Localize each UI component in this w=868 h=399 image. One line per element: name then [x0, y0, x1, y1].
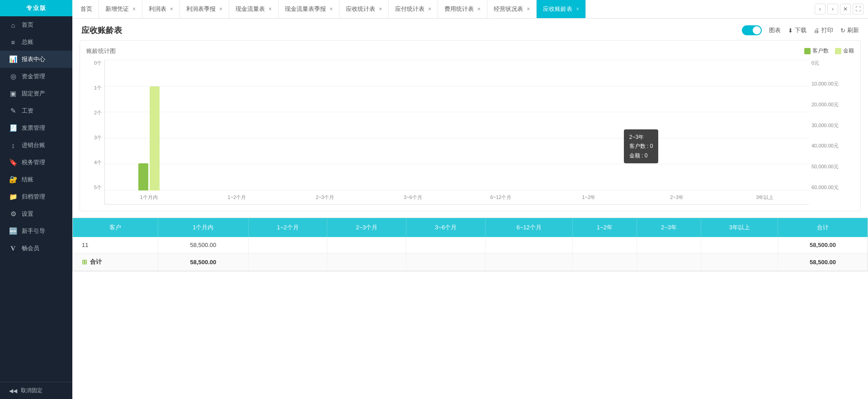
td-month1-11: 58,500.00 — [158, 237, 249, 253]
y-right-30000: 30,000.00元 — [811, 122, 839, 129]
page-title: 应收账龄表 — [81, 25, 122, 36]
sidebar-item-salary[interactable]: ✎ 工资 — [0, 102, 72, 119]
chart-area: 5个 4个 3个 2个 1个 0个 — [86, 60, 854, 204]
y-left-3: 3个 — [94, 134, 102, 141]
tab-profit[interactable]: 利润表 × — [142, 0, 180, 18]
th-month23: 2~3个月 — [327, 218, 406, 237]
td-total-month1: 58,500.00 — [158, 253, 249, 271]
y-right-40000: 40,000.00元 — [811, 142, 839, 149]
td-total-month23 — [327, 253, 406, 271]
download-button[interactable]: ⬇ 下载 — [788, 26, 807, 34]
tab-ar-aging[interactable]: 应收账龄表 × — [537, 0, 586, 18]
tab-close-ops-status[interactable]: × — [527, 6, 530, 12]
tab-prev-button[interactable]: ‹ — [815, 4, 826, 14]
sidebar-item-guide[interactable]: 🆕 新手引导 — [0, 223, 72, 240]
tab-label-new-voucher: 新增凭证 — [105, 5, 129, 13]
legend-amount: 金额 — [835, 47, 854, 55]
refresh-button[interactable]: ↻ 刷新 — [840, 26, 859, 34]
th-month612: 6~12个月 — [486, 218, 573, 237]
tab-controls: ‹ › ✕ ⛶ — [812, 4, 866, 14]
tab-close-ap-stats[interactable]: × — [428, 6, 431, 12]
y-left-2: 2个 — [94, 109, 102, 116]
tab-cashflow[interactable]: 现金流量表 × — [229, 0, 278, 18]
data-table: 客户 1个月内 1~2个月 2~3个月 3~6个月 6~12个月 1~2年 2~… — [73, 218, 868, 271]
y-axis-left: 5个 4个 3个 2个 1个 0个 — [86, 60, 104, 204]
sidebar-item-member[interactable]: V 畅会员 — [0, 240, 72, 257]
table-row: 11 58,500.00 58,500.00 — [73, 237, 868, 253]
tab-expand-button[interactable]: ⛶ — [853, 4, 863, 14]
x-label-1month: 1个月内 — [105, 190, 193, 204]
sidebar-item-closing[interactable]: 🔐 结账 — [0, 171, 72, 188]
y-left-1: 1个 — [94, 85, 102, 91]
tab-close-all-button[interactable]: ✕ — [840, 4, 851, 14]
tab-close-cashflow-quarterly[interactable]: × — [330, 6, 333, 12]
x-label-23month: 2~3个月 — [281, 190, 369, 204]
tab-new-voucher[interactable]: 新增凭证 × — [99, 0, 142, 18]
y-right-10000: 10,000.00元 — [811, 81, 839, 87]
tab-ar-stats[interactable]: 应收统计表 × — [340, 0, 389, 18]
sidebar-item-assets[interactable]: ▣ 固定资产 — [0, 85, 72, 102]
sidebar-item-tax[interactable]: 🔖 税务管理 — [0, 154, 72, 171]
guide-icon: 🆕 — [9, 227, 17, 235]
sidebar-item-funds[interactable]: ◎ 资金管理 — [0, 68, 72, 85]
print-button[interactable]: 🖨 打印 — [814, 26, 833, 34]
home-icon: ⌂ — [9, 21, 17, 29]
page-header: 应收账龄表 图表 ⬇ 下载 🖨 打印 ↻ 刷新 — [72, 19, 868, 40]
tab-close-expense-stats[interactable]: × — [477, 6, 481, 12]
tab-close-profit-quarterly[interactable]: × — [219, 6, 222, 12]
sidebar-label-reports: 报表中心 — [22, 55, 45, 63]
total-label-text: 合计 — [90, 258, 102, 266]
chart-toggle[interactable] — [742, 25, 762, 35]
ledger-icon: ≡ — [9, 38, 17, 46]
tab-close-cashflow[interactable]: × — [269, 6, 272, 12]
tab-next-button[interactable]: › — [827, 4, 838, 14]
sidebar-item-archive[interactable]: 📁 归档管理 — [0, 188, 72, 205]
sidebar-item-settings[interactable]: ⚙ 设置 — [0, 205, 72, 223]
tooltip-period: 2~3年 — [629, 133, 653, 142]
tab-close-new-voucher[interactable]: × — [132, 6, 136, 12]
sidebar-label-archive: 归档管理 — [22, 193, 45, 201]
tab-home[interactable]: 首页 — [74, 0, 99, 18]
tab-label-profit-quarterly: 利润表季报 — [186, 5, 216, 13]
th-month36: 3~6个月 — [406, 218, 486, 237]
sidebar: 专业版 ⌂ 首页 ≡ 总账 📊 报表中心 ◎ 资金管理 ▣ 固定资产 ✎ 工资 … — [0, 0, 72, 399]
sidebar-label-stock: 进销台账 — [22, 141, 45, 149]
sidebar-label-guide: 新手引导 — [22, 227, 45, 235]
y-right-50000: 50,000.00元 — [811, 163, 839, 170]
y-right-0: 0元 — [811, 60, 819, 66]
y-axis-right: 60,000.00元 50,000.00元 40,000.00元 30,000.… — [809, 60, 854, 204]
tab-close-profit[interactable]: × — [170, 6, 173, 12]
tab-ops-status[interactable]: 经营状况表 × — [487, 0, 537, 18]
member-icon: V — [9, 245, 17, 252]
x-label-3year: 3年以上 — [721, 190, 809, 204]
tab-cashflow-quarterly[interactable]: 现金流量表季报 × — [278, 0, 340, 18]
th-month1: 1个月内 — [158, 218, 249, 237]
x-label-12month: 1~2个月 — [193, 190, 281, 204]
tab-label-cashflow-quarterly: 现金流量表季报 — [285, 5, 326, 13]
sidebar-item-invoice[interactable]: 🧾 发票管理 — [0, 119, 72, 137]
tab-label-ar-aging: 应收账龄表 — [543, 5, 572, 13]
closing-icon: 🔐 — [9, 176, 17, 184]
x-axis-labels: 1个月内 1~2个月 2~3个月 3~6个月 6~12个月 1~2年 2~3年 … — [105, 190, 809, 204]
unpin-button[interactable]: ◀◀ 取消固定 — [0, 382, 72, 399]
y-right-60000: 60,000.00元 — [811, 184, 839, 191]
refresh-label: 刷新 — [847, 26, 859, 34]
sidebar-item-stock[interactable]: ↕ 进销台账 — [0, 137, 72, 154]
th-year3plus: 3年以上 — [701, 218, 778, 237]
th-year23: 2~3年 — [637, 218, 701, 237]
page-actions: 图表 ⬇ 下载 🖨 打印 ↻ 刷新 — [742, 25, 859, 35]
stock-icon: ↕ — [9, 142, 17, 149]
sidebar-item-home[interactable]: ⌂ 首页 — [0, 16, 72, 33]
refresh-icon: ↻ — [840, 27, 845, 34]
salary-icon: ✎ — [9, 107, 17, 115]
chart-tooltip: 2~3年 客户数 : 0 金额 : 0 — [624, 129, 659, 163]
tab-close-ar-stats[interactable]: × — [379, 6, 382, 12]
sidebar-item-ledger[interactable]: ≡ 总账 — [0, 33, 72, 51]
tab-profit-quarterly[interactable]: 利润表季报 × — [180, 0, 229, 18]
tab-ap-stats[interactable]: 应付统计表 × — [389, 0, 438, 18]
total-row: ⊞ 合计 58,500.00 58,500.00 — [73, 253, 868, 271]
th-customer: 客户 — [73, 218, 158, 237]
sidebar-item-reports[interactable]: 📊 报表中心 — [0, 51, 72, 68]
tab-expense-stats[interactable]: 费用统计表 × — [438, 0, 487, 18]
tab-close-ar-aging[interactable]: × — [576, 6, 579, 12]
